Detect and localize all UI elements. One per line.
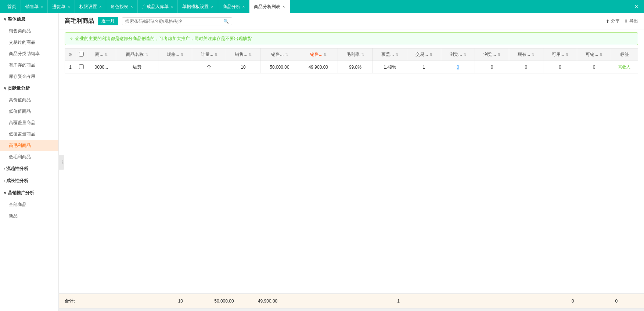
toggle-sidebar-button[interactable]: 《 <box>59 155 64 170</box>
export-icon: ⬇ <box>624 19 628 24</box>
share-button[interactable]: ⬆ 分享 <box>606 18 620 24</box>
main-container: ∨ 整体信息 销售类商品 交易过的商品 商品分类助销率 有库存的商品 库存资金占… <box>0 13 644 311</box>
table-row: 1 0000... 运费 个 10 50,000.00 49,900.00 99… <box>65 61 638 73</box>
close-tab-product-inbound[interactable]: × <box>171 4 173 9</box>
info-banner: ✧ 企业的主要的利润都是这部分商品创造的，可考虑加大推广，同时关注库存是不要出现… <box>65 32 638 45</box>
arrow-overall-icon: ∨ <box>4 17 6 21</box>
sidebar-group-trend[interactable]: › 流趋性分析 <box>0 163 58 175</box>
footer-spacer4 <box>420 299 464 304</box>
close-tab-permission[interactable]: × <box>99 4 101 9</box>
row-stock-available: 0 <box>543 61 577 73</box>
tab-home[interactable]: 首页 <box>3 0 21 13</box>
settings-icon[interactable]: ⚙ <box>68 52 72 57</box>
row-stock-sale: 0 <box>577 61 611 73</box>
close-tab-purchase-order[interactable]: × <box>68 4 70 9</box>
col-gross-margin-header: 毛利率 ⇅ <box>338 48 373 61</box>
sidebar-item-all-goods[interactable]: 全部商品 <box>0 199 58 210</box>
sidebar-item-high-margin[interactable]: 高毛利商品 <box>0 140 58 151</box>
top-nav: 首页 销售单 × 进货单 × 权限设置 × 角色授权 × 产成品入库单 × 单据… <box>0 0 644 13</box>
tab-permission-settings[interactable]: 权限设置 × <box>75 0 106 13</box>
content-header: 高毛利商品 近一月 🔍 ⬆ 分享 ⬇ 导出 <box>59 13 644 29</box>
content-area: 《 高毛利商品 近一月 🔍 ⬆ 分享 ⬇ 导出 ✧ <box>59 13 644 311</box>
col-checkbox-header[interactable] <box>76 48 87 61</box>
col-stock-current-header: 现有... ⇅ <box>509 48 543 61</box>
table-footer: 合计: 10 50,000.00 49,900.00 1 0 0 <box>59 293 644 308</box>
sidebar-item-stock-capital[interactable]: 库存资金占用 <box>0 71 58 82</box>
col-sale-profit-header: 销售... ⇅ <box>299 48 338 61</box>
row-sale-profit: 49,900.00 <box>299 61 338 73</box>
search-box: 🔍 <box>122 17 232 25</box>
arrow-contribution-icon: ∨ <box>4 86 6 90</box>
footer-values: 10 50,000.00 49,900.00 1 0 0 <box>85 299 638 304</box>
sidebar-item-low-margin[interactable]: 低毛利商品 <box>0 151 58 163</box>
sidebar-item-category-sales-rate[interactable]: 商品分类助销率 <box>0 48 58 59</box>
row-sale-count: 10 <box>226 61 260 73</box>
sidebar-group-growth[interactable]: › 成长性分析 <box>0 175 58 187</box>
row-stock-current: 0 <box>509 61 543 73</box>
row-spec <box>158 61 192 73</box>
row-coverage: 1.49% <box>373 61 407 73</box>
window-close-button[interactable]: × <box>632 3 641 10</box>
row-sale-amount: 50,000.00 <box>260 61 299 73</box>
tab-role-auth[interactable]: 角色授权 × <box>106 0 137 13</box>
close-tab-template[interactable]: × <box>211 4 213 9</box>
tab-purchase-order[interactable]: 进货单 × <box>48 0 75 13</box>
row-transaction: 1 <box>407 61 441 73</box>
close-tab-product-analysis-list[interactable]: × <box>283 4 285 9</box>
sidebar-item-high-coverage[interactable]: 高覆盖量商品 <box>0 117 58 129</box>
row-gross-margin: 99.8% <box>338 61 373 73</box>
col-spec-header: 规格... ⇅ <box>158 48 192 61</box>
tab-template-settings[interactable]: 单据模板设置 × <box>178 0 218 13</box>
sidebar-item-high-value[interactable]: 高价值商品 <box>0 94 58 106</box>
table-container: ⚙ 商... ⇅ 商品名称 ⇅ <box>59 48 644 293</box>
sidebar-item-in-stock[interactable]: 有库存的商品 <box>0 59 58 71</box>
row-checkbox[interactable] <box>76 61 87 73</box>
tab-product-analysis-list[interactable]: 商品分析列表 × <box>249 0 289 13</box>
horizontal-scrollbar[interactable] <box>59 308 644 311</box>
search-icon[interactable]: 🔍 <box>223 19 229 24</box>
page-title: 高毛利商品 <box>65 17 94 25</box>
sidebar-item-sales-goods[interactable]: 销售类商品 <box>0 25 58 37</box>
footer-spacer3 <box>333 299 377 304</box>
footer-stock-available: 0 <box>551 299 595 304</box>
sidebar: ∨ 整体信息 销售类商品 交易过的商品 商品分类助销率 有库存的商品 库存资金占… <box>0 13 59 311</box>
row-unit: 个 <box>192 61 226 73</box>
footer-spacer <box>85 299 159 304</box>
close-tab-product-analysis[interactable]: × <box>242 4 245 9</box>
sidebar-group-marketing[interactable]: ∨ 营销推广分析 <box>0 187 58 199</box>
filter-recent-month-button[interactable]: 近一月 <box>98 17 118 25</box>
footer-sale-amount: 50,000.00 <box>202 299 246 304</box>
search-input[interactable] <box>125 19 223 24</box>
col-code-header: 商... ⇅ <box>87 48 116 61</box>
sidebar-item-new-goods[interactable]: 新品 <box>0 210 58 222</box>
col-name-header: 商品名称 ⇅ <box>116 48 158 61</box>
sidebar-item-traded-goods[interactable]: 交易过的商品 <box>0 37 58 48</box>
tab-product-analysis[interactable]: 商品分析 × <box>218 0 249 13</box>
product-table: ⚙ 商... ⇅ 商品名称 ⇅ <box>65 48 638 73</box>
col-tag-header: 标签 <box>611 48 638 61</box>
arrow-marketing-icon: ∨ <box>4 191 6 195</box>
sidebar-item-low-value[interactable]: 低价值商品 <box>0 106 58 117</box>
arrow-growth-icon: › <box>4 179 5 183</box>
export-button[interactable]: ⬇ 导出 <box>624 18 638 24</box>
footer-spacer6 <box>507 299 551 304</box>
sidebar-item-low-coverage[interactable]: 低覆盖量商品 <box>0 129 58 140</box>
close-tab-role-auth[interactable]: × <box>130 4 133 9</box>
arrow-trend-icon: › <box>4 167 5 171</box>
select-all-checkbox[interactable] <box>79 52 84 57</box>
footer-transaction: 1 <box>377 299 420 304</box>
close-tab-sales-order[interactable]: × <box>41 4 43 9</box>
tab-product-inbound[interactable]: 产成品入库单 × <box>138 0 178 13</box>
footer-sale-profit: 49,900.00 <box>246 299 289 304</box>
footer-sale-count: 10 <box>159 299 202 304</box>
tab-sales-order[interactable]: 销售单 × <box>21 0 48 13</box>
col-settings-header[interactable]: ⚙ <box>65 48 76 61</box>
sidebar-group-overall[interactable]: ∨ 整体信息 <box>0 13 58 25</box>
row-view1[interactable]: 0 <box>441 61 475 73</box>
col-unit-header: 计量... ⇅ <box>192 48 226 61</box>
footer-label: 合计: <box>65 298 75 304</box>
sidebar-group-contribution[interactable]: ∨ 贡献量分析 <box>0 82 58 94</box>
row-num: 1 <box>65 61 76 73</box>
col-coverage-header: 覆盖... ⇅ <box>373 48 407 61</box>
row-view2: 0 <box>475 61 509 73</box>
